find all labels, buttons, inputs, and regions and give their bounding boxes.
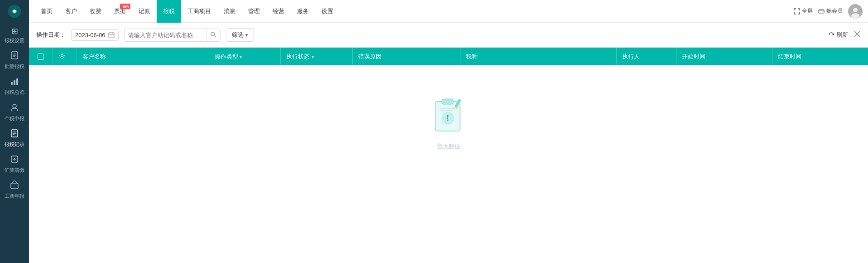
member-btn[interactable]: 畅会员 <box>818 7 843 15</box>
toolbar-right: 刷新 <box>828 30 861 40</box>
huisuan-jiaona-icon <box>10 155 19 166</box>
th-start-time: 开始时间 <box>676 48 772 65</box>
search-wrap <box>124 29 221 42</box>
fullscreen-icon <box>794 8 800 15</box>
search-icon <box>210 31 216 38</box>
th-error: 错误原因 <box>353 48 460 65</box>
calendar-icon <box>108 32 115 38</box>
fullscreen-btn[interactable]: 全屏 <box>794 7 813 15</box>
nav-item-guanli[interactable]: 管理 <box>242 0 266 23</box>
svg-point-19 <box>853 8 858 12</box>
sidebar-item-label: 批量报税 <box>5 63 24 69</box>
nav-item-shouye[interactable]: 首页 <box>34 0 59 23</box>
th-tax: 税种 <box>460 48 616 65</box>
gongshang-nianbao-icon <box>10 180 19 192</box>
table-header-row: 客户名称 操作类型 ▾ 执行状态 ▾ 错误原因 <box>29 48 868 65</box>
svg-rect-6 <box>11 82 13 85</box>
th-name: 客户名称 <box>77 48 209 65</box>
refresh-icon <box>828 32 834 38</box>
toolbar: 操作日期： 2023-06-06 筛选 ▾ 刷新 <box>29 23 868 48</box>
filter-icon-status: ▾ <box>312 54 314 59</box>
close-button[interactable] <box>854 30 861 40</box>
th-check[interactable] <box>29 48 53 65</box>
main-area: 首页 客户 收费 票据 new 记账 报税 工商项目 消息 管理 经营 <box>29 0 868 263</box>
th-end-time: 结束时间 <box>772 48 868 65</box>
th-executor: 执行人 <box>616 48 676 65</box>
sidebar-item-label: 个税申报 <box>5 116 24 122</box>
nav-item-kehu[interactable]: 客户 <box>59 0 83 23</box>
sidebar-item-label: 报税总览 <box>5 89 24 95</box>
member-icon <box>818 8 825 15</box>
baoshui-zongjian-icon <box>10 77 19 88</box>
svg-point-9 <box>13 104 16 108</box>
sidebar-item-label: 工商年报 <box>5 193 24 199</box>
empty-illustration: ! <box>428 93 469 138</box>
nav-item-xiaoxi[interactable]: 消息 <box>217 0 242 23</box>
sidebar-item-gongshang-nianbao[interactable]: 工商年报 <box>0 177 29 203</box>
th-op-type[interactable]: 操作类型 ▾ <box>209 48 281 65</box>
data-table: 客户名称 操作类型 ▾ 执行状态 ▾ 错误原因 <box>29 48 868 178</box>
svg-rect-16 <box>819 10 824 13</box>
filter-icon-op-type: ▾ <box>240 54 242 59</box>
nav-item-piaoju[interactable]: 票据 new <box>108 0 132 23</box>
nav-item-jizhang[interactable]: 记账 <box>132 0 157 23</box>
svg-point-29 <box>61 55 63 57</box>
new-badge: new <box>120 4 130 10</box>
select-all-checkbox[interactable] <box>38 54 44 60</box>
sidebar: ⊞ 报税设置 批量报税 报税总览 个税申报 报税记录 汇算清缴 工商 <box>0 0 29 263</box>
nav-item-jingying[interactable]: 经营 <box>266 0 291 23</box>
sidebar-item-label: 报税设置 <box>5 38 24 44</box>
nav-item-shoufei[interactable]: 收费 <box>83 0 108 23</box>
topnav-right: 全屏 畅会员 <box>794 4 863 19</box>
svg-rect-31 <box>442 99 453 104</box>
th-gear[interactable] <box>53 48 77 65</box>
svg-rect-8 <box>16 78 18 85</box>
avatar-image <box>848 4 863 19</box>
chevron-down-icon: ▾ <box>245 32 248 38</box>
svg-text:!: ! <box>446 113 449 122</box>
nav-item-fuwu[interactable]: 服务 <box>291 0 315 23</box>
avatar[interactable] <box>848 4 863 19</box>
nav-item-shezhi[interactable]: 设置 <box>315 0 340 23</box>
geshuishenbing-icon <box>10 103 19 114</box>
baoshui-jilu-icon <box>10 129 19 140</box>
sidebar-item-baoshui-shezhi[interactable]: ⊞ 报税设置 <box>0 23 29 47</box>
filter-button[interactable]: 筛选 ▾ <box>226 28 254 42</box>
date-picker[interactable]: 2023-06-06 <box>71 29 119 41</box>
piliang-baoshui-icon <box>10 51 19 62</box>
th-status[interactable]: 执行状态 ▾ <box>281 48 353 65</box>
svg-rect-21 <box>109 33 114 38</box>
svg-rect-15 <box>11 183 18 189</box>
svg-point-25 <box>211 32 215 36</box>
app-logo-icon <box>7 4 22 19</box>
gear-icon <box>58 52 66 59</box>
topnav: 首页 客户 收费 票据 new 记账 报税 工商项目 消息 管理 经营 <box>29 0 868 23</box>
nav-item-baoshui[interactable]: 报税 <box>157 0 181 23</box>
sidebar-logo <box>0 0 29 23</box>
sidebar-item-piliang-baoshui[interactable]: 批量报税 <box>0 47 29 73</box>
sidebar-item-baoshui-jilu[interactable]: 报税记录 <box>0 125 29 151</box>
date-label: 操作日期： <box>36 31 66 39</box>
sidebar-item-label: 报税记录 <box>5 141 24 147</box>
content: 操作日期： 2023-06-06 筛选 ▾ 刷新 <box>29 23 868 263</box>
sidebar-item-baoshui-zongjian[interactable]: 报税总览 <box>0 73 29 99</box>
search-button[interactable] <box>206 29 220 41</box>
nav-item-gongshang[interactable]: 工商项目 <box>181 0 217 23</box>
table-wrap: 客户名称 操作类型 ▾ 执行状态 ▾ 错误原因 <box>29 48 868 263</box>
sidebar-item-geshuishenbing[interactable]: 个税申报 <box>0 99 29 125</box>
svg-rect-7 <box>14 80 15 85</box>
refresh-button[interactable]: 刷新 <box>828 31 848 39</box>
sidebar-item-label: 汇算清缴 <box>5 167 24 173</box>
baoshui-shezhi-icon: ⊞ <box>11 26 18 36</box>
empty-text: 暂无数据 <box>437 142 460 151</box>
empty-state: ! 暂无数据 <box>29 65 868 178</box>
svg-point-1 <box>13 10 16 13</box>
svg-point-20 <box>851 13 859 19</box>
search-input[interactable] <box>125 29 206 41</box>
close-icon <box>854 30 861 38</box>
svg-line-26 <box>214 35 216 37</box>
sidebar-item-huisuan-jiaona[interactable]: 汇算清缴 <box>0 151 29 177</box>
